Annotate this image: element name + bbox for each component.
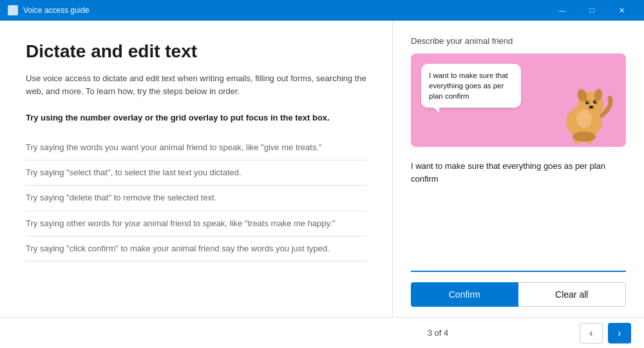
highlight-step: Try using the number overlay or the grid… [26,113,366,128]
main-content: Dictate and edit text Use voice access t… [0,21,644,317]
page-description: Use voice access to dictate and edit tex… [26,72,366,97]
page-indicator: 3 of 4 [296,328,580,338]
right-panel: Describe your animal friend I want to ma… [393,21,644,317]
left-panel: Dictate and edit text Use voice access t… [0,21,393,317]
footer-nav: ‹ › [580,323,631,343]
next-button[interactable]: › [608,323,631,343]
clear-button[interactable]: Clear all [518,282,627,307]
list-item: Try saying "delete that" to remove the s… [26,186,366,211]
list-item: Try saying the words you want your anima… [26,135,366,160]
minimize-button[interactable]: — [547,0,577,21]
app-icon [8,5,18,15]
steps-list: Try saying the words you want your anima… [26,135,366,262]
svg-point-9 [589,106,593,108]
page-title: Dictate and edit text [26,41,366,62]
svg-point-6 [587,101,589,102]
list-item: Try saying "click confirm" to make your … [26,237,366,262]
text-area-container: Confirm Clear all [411,157,626,307]
maximize-button[interactable]: □ [577,0,607,21]
buttons-row: Confirm Clear all [411,282,626,307]
svg-point-5 [593,100,597,104]
svg-point-4 [585,101,589,104]
svg-point-12 [573,131,596,142]
text-input[interactable] [411,157,626,272]
confirm-button[interactable]: Confirm [411,282,518,307]
dog-illustration [555,73,613,147]
footer: 3 of 4 ‹ › [0,317,644,348]
animal-scene: I want to make sure that everything goes… [411,53,626,147]
list-item: Try saying other words for your animal f… [26,211,366,237]
titlebar: Voice access guide — □ ✕ [0,0,644,21]
speech-bubble: I want to make sure that everything goes… [421,64,521,108]
list-item: Try saying "select that", to select the … [26,160,366,186]
titlebar-title: Voice access guide [23,6,90,15]
svg-point-7 [595,101,596,102]
right-panel-title: Describe your animal friend [411,36,626,46]
prev-button[interactable]: ‹ [580,323,603,343]
close-button[interactable]: ✕ [607,0,636,21]
titlebar-left: Voice access guide [8,5,90,15]
svg-point-13 [576,110,592,128]
titlebar-controls: — □ ✕ [547,0,636,21]
